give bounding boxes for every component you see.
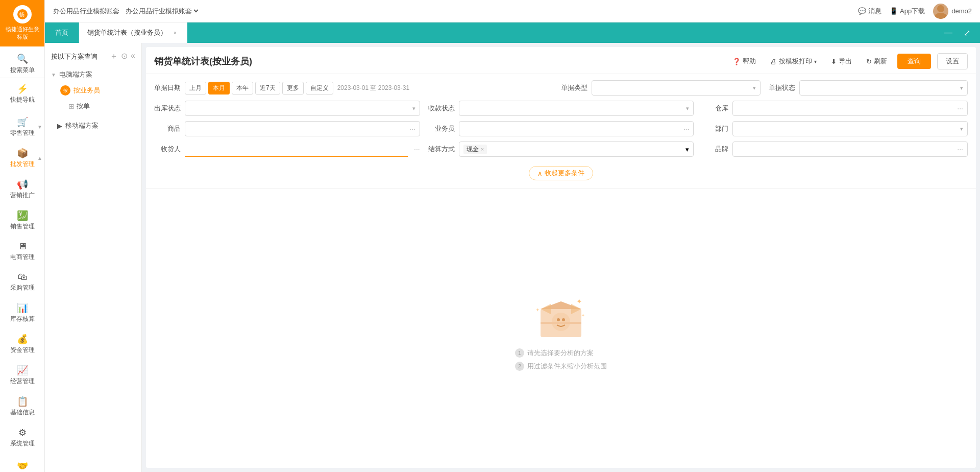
help-label: 帮助: [743, 57, 756, 66]
quick-nav-label: 快捷导航: [10, 96, 35, 104]
doc-type-select[interactable]: ▾: [592, 80, 761, 96]
filter-salesman-item: 业务员 ···: [428, 121, 694, 136]
brand-dots[interactable]: ···: [957, 145, 963, 153]
wholesale-label: 批发管理: [10, 160, 35, 169]
sidebar-item-marketing[interactable]: 📢 营销推广: [0, 174, 44, 205]
tab-close-button[interactable]: ×: [171, 29, 179, 37]
topbar-left: 办公用品行业模拟账套 办公用品行业模拟账套: [53, 7, 200, 16]
collapse-panel-button[interactable]: «: [131, 51, 135, 62]
date-more-btn[interactable]: 更多: [282, 82, 304, 95]
sidebar-item-enterprise[interactable]: 🤝 企业协同: [0, 455, 44, 472]
wholesale-arrow: ▲: [37, 155, 42, 161]
export-label: 导出: [839, 57, 852, 66]
sidebar-item-inventory[interactable]: 📊 库存核算: [0, 297, 44, 328]
panel-header-label: 按以下方案查询: [51, 52, 97, 61]
svg-text:畅: 畅: [19, 12, 24, 17]
consignee-dots[interactable]: ···: [414, 145, 420, 153]
collapse-row: ∧ 收起更多条件: [154, 162, 968, 182]
tree-parent-desktop[interactable]: ▼ 电脑端方案: [45, 67, 141, 82]
sidebar-item-sales[interactable]: 💹 销售管理: [0, 205, 44, 236]
brand-select[interactable]: ···: [732, 141, 968, 157]
goods-dots[interactable]: ···: [409, 125, 415, 133]
goods-select[interactable]: ···: [185, 121, 420, 136]
payment-status-select[interactable]: ▾: [459, 101, 694, 116]
home-tab[interactable]: 首页: [45, 22, 79, 43]
system-label: 系统管理: [10, 439, 35, 448]
date-this-month-btn[interactable]: 本月: [208, 82, 230, 95]
template-print-button[interactable]: 🖨 按模板打印 ▾: [766, 55, 821, 68]
settings-scheme-button[interactable]: ⊙: [121, 51, 128, 62]
query-button[interactable]: 查询: [897, 54, 931, 69]
collapse-button[interactable]: ∧ 收起更多条件: [529, 166, 593, 180]
sidebar: 畅 畅捷通好生意 标版 🔍 搜索菜单 ⚡ 快捷导航 🛒 零售管理 ▼ 📦 批发管…: [0, 0, 45, 472]
sidebar-item-wholesale[interactable]: 📦 批发管理 ▲: [0, 143, 44, 174]
tab-minimize-button[interactable]: —: [941, 26, 955, 40]
department-select[interactable]: ▾: [732, 121, 968, 136]
doc-status-arrow: ▾: [960, 85, 963, 91]
help-button[interactable]: ❓ 帮助: [728, 55, 760, 68]
tab-maximize-button[interactable]: ⤢: [960, 26, 974, 40]
app-download-button[interactable]: 📱 App下载: [890, 7, 925, 16]
add-scheme-button[interactable]: ＋: [110, 51, 118, 62]
page-title: 销货单统计表(按业务员): [154, 55, 252, 67]
tree-parent-mobile[interactable]: ▶ 移动端方案: [45, 118, 141, 133]
salesman-select[interactable]: ···: [459, 121, 694, 136]
date-prev-month-btn[interactable]: 上月: [185, 82, 206, 95]
svg-text:✦: ✦: [576, 297, 582, 305]
sidebar-item-ecommerce[interactable]: 🖥 电商管理: [0, 236, 44, 267]
retail-label: 零售管理: [10, 129, 35, 137]
svg-point-2: [937, 5, 944, 12]
sidebar-item-finance[interactable]: 💰 资金管理: [0, 328, 44, 360]
search-menu-item[interactable]: 🔍 搜索菜单: [0, 46, 44, 78]
active-tab[interactable]: 销货单统计表（按业务员） ×: [79, 22, 187, 43]
left-panel: 按以下方案查询 ＋ ⊙ « ▼ 电脑端方案 按 按业务员 ⊞ 按: [45, 43, 142, 472]
retail-icon: 🛒: [17, 116, 28, 128]
sidebar-item-retail[interactable]: 🛒 零售管理 ▼: [0, 111, 44, 143]
filter-doc-type-item: 单据类型 ▾: [561, 80, 761, 96]
by-salesman-label: 按业务员: [74, 86, 100, 95]
quick-nav-icon: ⚡: [17, 83, 28, 95]
sidebar-item-system[interactable]: ⚙ 系统管理: [0, 422, 44, 453]
payment-status-label: 收款状态: [428, 104, 455, 113]
date-this-year-btn[interactable]: 本年: [232, 82, 253, 95]
export-button[interactable]: ⬇ 导出: [827, 55, 856, 68]
settings-button[interactable]: 设置: [937, 53, 968, 69]
basic-info-label: 基础信息: [10, 408, 35, 417]
finance-icon: 💰: [17, 334, 28, 345]
filter-date-item: 单据日期 上月 本月 本年 近7天 更多 自定义 2023-03-01 至 20…: [154, 82, 553, 95]
page-actions: ❓ 帮助 🖨 按模板打印 ▾ ⬇ 导出 ↻ 刷新: [728, 53, 968, 69]
filter-consignee-item: 收货人 ···: [154, 141, 420, 157]
user-profile[interactable]: demo2: [933, 4, 972, 19]
settlement-tag-close[interactable]: ×: [481, 146, 484, 152]
by-salesman-icon: 按: [60, 85, 70, 96]
tree-child-by-salesman[interactable]: 按 按业务员: [45, 82, 141, 99]
message-button[interactable]: 💬 消息: [858, 7, 881, 16]
out-status-select[interactable]: ▾: [185, 101, 420, 116]
doc-status-select[interactable]: ▾: [799, 80, 968, 96]
svg-point-11: [562, 318, 565, 321]
salesman-dots[interactable]: ···: [683, 125, 690, 133]
refresh-button[interactable]: ↻ 刷新: [862, 55, 891, 68]
topbar-right: 💬 消息 📱 App下载 demo2: [858, 4, 972, 19]
warehouse-dots[interactable]: ···: [957, 104, 963, 112]
date-range-display: 2023-03-01 至 2023-03-31: [337, 84, 409, 92]
warehouse-select[interactable]: ···: [732, 101, 968, 116]
date-7days-btn[interactable]: 近7天: [255, 82, 280, 95]
consignee-input[interactable]: [185, 141, 408, 157]
industry-dropdown[interactable]: 办公用品行业模拟账套: [124, 7, 200, 15]
tree-grandchild-by-order[interactable]: ⊞ 按单: [45, 99, 141, 114]
date-custom-btn[interactable]: 自定义: [306, 82, 333, 95]
sidebar-item-quick-nav[interactable]: ⚡ 快捷导航: [0, 78, 44, 109]
consignee-label: 收货人: [154, 145, 181, 154]
sidebar-item-operation[interactable]: 📈 经营管理: [0, 360, 44, 391]
doc-type-label: 单据类型: [561, 83, 587, 92]
payment-status-arrow: ▾: [686, 105, 689, 112]
marketing-label: 营销推广: [10, 191, 35, 200]
sidebar-item-basic-info[interactable]: 📋 基础信息: [0, 391, 44, 422]
main-area: 办公用品行业模拟账套 办公用品行业模拟账套 💬 消息 📱 App下载 demo2: [45, 0, 980, 472]
date-buttons: 上月 本月 本年 近7天 更多 自定义: [185, 82, 333, 95]
settlement-tag-control[interactable]: 现金 × ▾: [459, 141, 694, 157]
hint-num-1: 1: [515, 348, 524, 358]
sidebar-item-purchase[interactable]: 🛍 采购管理: [0, 267, 44, 297]
app-logo[interactable]: 畅 畅捷通好生意 标版: [0, 0, 44, 46]
